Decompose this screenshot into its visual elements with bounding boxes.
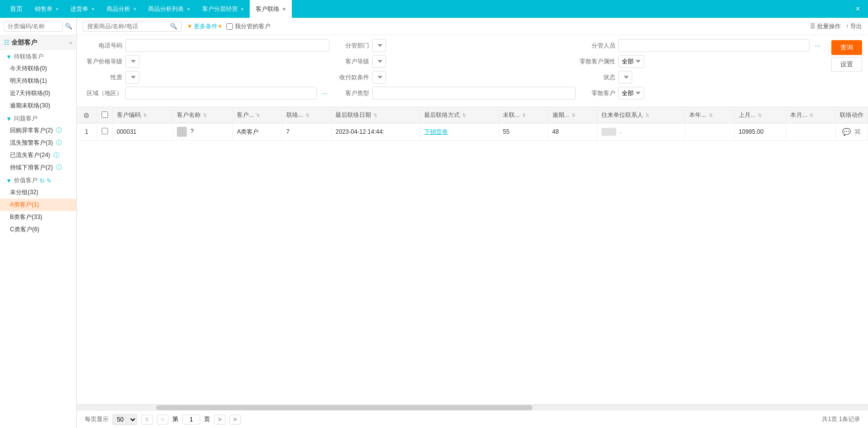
th-this-month[interactable]: 本月... ⇅: [786, 107, 836, 123]
tab-analysis-list[interactable]: 商品分析列表 ×: [142, 0, 196, 18]
next-page-btn[interactable]: >: [214, 415, 225, 425]
th-name[interactable]: 客户名称 ⇅: [172, 107, 232, 123]
select-price-level[interactable]: [125, 55, 139, 68]
last-page-btn[interactable]: >: [229, 415, 241, 425]
scrollbar-thumb[interactable]: [156, 405, 533, 410]
settings-button[interactable]: 设置: [831, 57, 862, 72]
close-tab-analysis-list[interactable]: ×: [187, 6, 190, 12]
sidebar-item-7days[interactable]: 近7天待联络(0): [0, 87, 76, 100]
th-last-contact-date[interactable]: 最后联络日期 ⇅: [331, 107, 420, 123]
link-sales-order[interactable]: 下销货单: [424, 128, 448, 135]
edit-icon-value[interactable]: ✎: [47, 177, 52, 184]
sidebar-item-tomorrow[interactable]: 明天待联络(1): [0, 75, 76, 87]
td-check-1[interactable]: [97, 123, 112, 141]
label-retail: 零散客户: [576, 89, 615, 98]
select-status[interactable]: [618, 71, 632, 84]
region-dots-icon[interactable]: ···: [320, 89, 329, 97]
prev-page-btn[interactable]: <: [157, 415, 168, 425]
sidebar-item-repurchase-abnormal[interactable]: 回购异常客户(2) ⓘ: [0, 124, 76, 137]
close-tab-sales[interactable]: ×: [55, 6, 58, 12]
tab-analysis[interactable]: 商品分析 ×: [101, 0, 142, 18]
tab-purchase[interactable]: 进货单 ×: [64, 0, 100, 18]
arrow-icon-value: ▼: [6, 177, 12, 184]
select-customer-level[interactable]: [372, 55, 386, 68]
filter-bar: 🔍 ▼ 更多条件 ▾ 我分管的客户 ☰ 批量操作 ↑ 导出: [77, 18, 868, 35]
horizontal-scrollbar[interactable]: [77, 404, 868, 410]
td-last-month-1: 10995.00: [735, 123, 786, 141]
input-customer-type[interactable]: [372, 87, 576, 100]
my-customers-checkbox-label[interactable]: 我分管的客户: [226, 22, 271, 31]
settings-gear-icon[interactable]: ⚙: [83, 111, 90, 119]
select-retail[interactable]: 全部: [618, 87, 644, 100]
close-tab-analysis[interactable]: ×: [133, 6, 136, 12]
th-overdue[interactable]: 逾期... ⇅: [548, 107, 597, 123]
th-check[interactable]: [97, 107, 112, 123]
th-type[interactable]: 客户... ⇅: [233, 107, 282, 123]
sidebar-search-icon[interactable]: 🔍: [65, 23, 72, 30]
close-tab-customer-contact[interactable]: ×: [282, 6, 285, 12]
sidebar-all-customers-header[interactable]: ☷ 全部客户 «: [0, 35, 76, 50]
query-button[interactable]: 查询: [831, 40, 862, 55]
tab-customer-tier[interactable]: 客户分层经营 ×: [196, 0, 250, 18]
filter-row-3: 性质 收付款条件: [83, 71, 822, 84]
sidebar-group-pending[interactable]: ▼ 待联络客户: [0, 50, 76, 62]
select-all-checkbox[interactable]: [102, 111, 108, 118]
input-phone[interactable]: [125, 39, 329, 52]
label-dept: 分管部门: [329, 42, 369, 50]
sidebar-item-a-class[interactable]: A类客户(1): [0, 199, 76, 211]
th-not-contacted[interactable]: 未联... ⇅: [499, 107, 548, 123]
select-dept[interactable]: [372, 39, 386, 52]
sidebar-item-declining[interactable]: 持续下滑客户(2) ⓘ: [0, 161, 76, 174]
filter-search-icon[interactable]: 🔍: [170, 23, 177, 30]
filter-more-btn[interactable]: ▼ 更多条件 ▾: [187, 22, 221, 31]
batch-op-btn[interactable]: ☰ 批量操作: [810, 22, 841, 31]
export-btn[interactable]: ↑ 导出: [846, 22, 862, 31]
sidebar-search-input[interactable]: [4, 21, 63, 32]
sidebar-item-ungrouped[interactable]: 未分组(32): [0, 186, 76, 199]
td-last-date-1: 2023-04-12 14:44:: [331, 123, 420, 141]
sidebar-item-churned[interactable]: 已流失客户(24) ⓘ: [0, 149, 76, 161]
sidebar-collapse-icon[interactable]: «: [69, 40, 72, 46]
label-payment: 收付款条件: [329, 73, 369, 82]
qr-icon[interactable]: ⌘: [854, 128, 861, 136]
input-manager[interactable]: [618, 39, 810, 52]
page-size-select[interactable]: 20 50 100 200: [112, 414, 137, 425]
sidebar-item-c-class[interactable]: C类客户(6): [0, 223, 76, 236]
first-page-btn[interactable]: K: [141, 415, 153, 425]
th-unit-contact[interactable]: 往来单位联系人 ⇅: [597, 107, 685, 123]
sort-icon-this-month: ⇅: [810, 113, 814, 118]
sidebar-item-overdue[interactable]: 逾期未联络(30): [0, 100, 76, 112]
th-last-contact-method[interactable]: 最后联络方式 ⇅: [420, 107, 499, 123]
close-tab-purchase[interactable]: ×: [91, 6, 94, 12]
th-this-year[interactable]: 本年... ⇅: [685, 107, 735, 123]
close-tab-customer-tier[interactable]: ×: [241, 6, 244, 12]
refresh-icon-value[interactable]: ↻: [40, 177, 45, 184]
filter-search-box: 🔍: [83, 21, 182, 32]
th-last-month[interactable]: 上月... ⇅: [735, 107, 786, 123]
sidebar-item-churn-warning[interactable]: 流失预警客户(3) ⓘ: [0, 137, 76, 149]
td-last-method-1[interactable]: 下销货单: [420, 123, 499, 141]
th-contact[interactable]: 联络... ⇅: [282, 107, 331, 123]
sidebar-group-problem[interactable]: ▼ 问题客户: [0, 112, 76, 124]
td-this-year-1: [685, 123, 735, 141]
filter-search-input[interactable]: [87, 23, 170, 30]
row-checkbox-1[interactable]: [102, 128, 108, 134]
sidebar-group-value[interactable]: ▼ 价值客户 ↻ ✎: [0, 174, 76, 186]
nav-home[interactable]: 首页: [4, 4, 29, 13]
select-nature[interactable]: [125, 71, 139, 84]
th-code[interactable]: 客户编码 ⇅: [112, 107, 172, 123]
sort-icon-name: ⇅: [203, 113, 207, 118]
sidebar-item-b-class[interactable]: B类客户(33): [0, 211, 76, 223]
sidebar-item-today[interactable]: 今天待联络(0): [0, 62, 76, 75]
tab-sales[interactable]: 销售单 ×: [29, 0, 64, 18]
message-icon[interactable]: 💬: [842, 128, 851, 136]
my-customers-checkbox[interactable]: [226, 23, 233, 30]
manager-dots-icon[interactable]: ···: [813, 42, 822, 50]
input-region[interactable]: [125, 87, 317, 100]
select-payment[interactable]: [372, 71, 386, 84]
tab-customer-contact[interactable]: 客户联络 ×: [250, 0, 291, 18]
close-all-icon[interactable]: ×: [852, 4, 864, 13]
td-code-1: 000031: [112, 123, 172, 141]
select-retail-attr[interactable]: 全部: [618, 55, 644, 68]
page-number-input[interactable]: [182, 415, 200, 425]
